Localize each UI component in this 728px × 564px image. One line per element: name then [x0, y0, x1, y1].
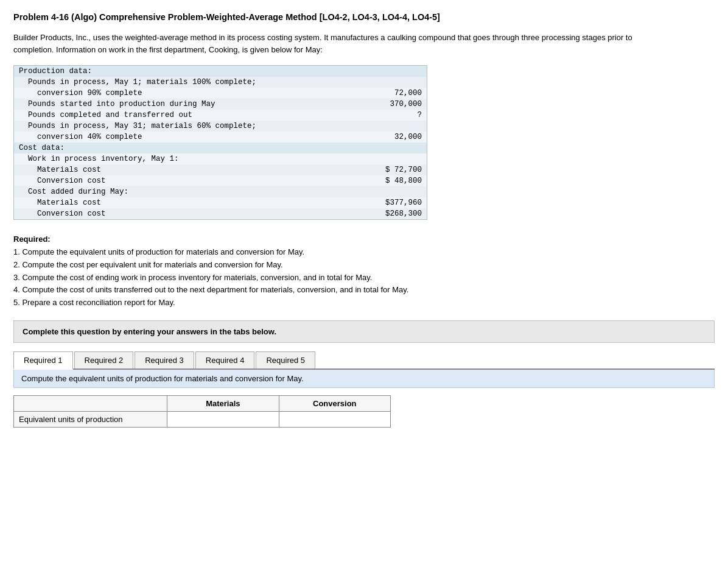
required-label: Required:: [13, 234, 51, 244]
production-row-label: Cost data:: [14, 143, 342, 153]
conversion-input-cell[interactable]: [279, 412, 390, 428]
required-item-4: 4. Compute the cost of units transferred…: [13, 284, 715, 297]
complete-box: Complete this question by entering your …: [13, 320, 715, 343]
production-row: Conversion cost$ 48,800: [14, 175, 427, 186]
production-row: Cost added during May:: [14, 186, 427, 197]
production-row: Materials cost$377,960: [14, 197, 427, 208]
production-data-table: Production data: Pounds in process, May …: [13, 65, 427, 220]
production-row-label: conversion 90% complete: [14, 88, 342, 99]
production-row-value: 72,000: [341, 88, 427, 99]
production-row: Production data:: [14, 66, 427, 77]
tab-required-5[interactable]: Required 5: [256, 351, 315, 368]
production-row-label: Pounds in process, May 31; materials 60%…: [14, 121, 342, 132]
production-row: Conversion cost$268,300: [14, 208, 427, 220]
production-row-value: $ 72,700: [341, 164, 427, 175]
production-row-value: $377,960: [341, 197, 427, 208]
production-row: Pounds in process, May 1; materials 100%…: [14, 77, 427, 88]
production-row-label: Work in process inventory, May 1:: [14, 153, 342, 164]
production-row: Pounds in process, May 31; materials 60%…: [14, 121, 427, 132]
problem-title: Problem 4-16 (Algo) Comprehensive Proble…: [13, 11, 715, 23]
answer-table-row: Equivalent units of production: [14, 412, 391, 428]
required-item-2: 2. Compute the cost per equivalent unit …: [13, 259, 715, 272]
production-row-value: $268,300: [341, 208, 427, 220]
production-row: Pounds completed and transferred out?: [14, 110, 427, 121]
production-row-value: $ 48,800: [341, 175, 427, 186]
answer-col-header-1: Materials: [167, 396, 279, 412]
production-row-value: [341, 143, 427, 153]
production-row-label: Cost added during May:: [14, 186, 342, 197]
answer-row-label: Equivalent units of production: [14, 412, 167, 428]
production-row-label: Production data:: [14, 66, 342, 77]
production-row: conversion 40% complete32,000: [14, 132, 427, 143]
production-row-value: ?: [341, 110, 427, 121]
production-row: Materials cost$ 72,700: [14, 164, 427, 175]
production-row: Pounds started into production during Ma…: [14, 99, 427, 110]
production-row-label: Materials cost: [14, 164, 342, 175]
required-item-1: 1. Compute the equivalent units of produ…: [13, 246, 715, 259]
required-item-3: 3. Compute the cost of ending work in pr…: [13, 272, 715, 284]
answer-table-wrap: MaterialsConversion Equivalent units of …: [13, 395, 715, 428]
production-row-label: conversion 40% complete: [14, 132, 342, 143]
required-item-5: 5. Prepare a cost reconciliation report …: [13, 297, 715, 309]
tab-required-1[interactable]: Required 1: [13, 351, 73, 370]
production-row-value: [341, 77, 427, 88]
production-row-value: [341, 121, 427, 132]
conversion-input[interactable]: [284, 415, 385, 424]
answer-table: MaterialsConversion Equivalent units of …: [13, 395, 391, 428]
tabs-container: Required 1Required 2Required 3Required 4…: [13, 351, 715, 370]
production-row-label: Pounds in process, May 1; materials 100%…: [14, 77, 342, 88]
production-row-label: Conversion cost: [14, 208, 342, 220]
tab-description: Compute the equivalent units of producti…: [13, 370, 715, 388]
production-row: Cost data:: [14, 143, 427, 153]
materials-input[interactable]: [172, 415, 273, 424]
tab-required-2[interactable]: Required 2: [74, 351, 134, 368]
complete-box-text: Complete this question by entering your …: [23, 327, 276, 336]
production-row-value: 370,000: [341, 99, 427, 110]
production-row-value: [341, 186, 427, 197]
production-row-label: Pounds completed and transferred out: [14, 110, 342, 121]
required-section: Required: 1. Compute the equivalent unit…: [13, 233, 715, 309]
answer-col-header-2: Conversion: [279, 396, 390, 412]
production-row-value: [341, 153, 427, 164]
production-row-label: Materials cost: [14, 197, 342, 208]
production-row-label: Pounds started into production during Ma…: [14, 99, 342, 110]
production-row-label: Conversion cost: [14, 175, 342, 186]
tab-required-4[interactable]: Required 4: [195, 351, 255, 368]
production-row-value: 32,000: [341, 132, 427, 143]
intro-text: Builder Products, Inc., uses the weighte…: [13, 32, 653, 55]
answer-col-header-0: [14, 396, 167, 412]
production-row: conversion 90% complete72,000: [14, 88, 427, 99]
materials-input-cell[interactable]: [167, 412, 279, 428]
tab-required-3[interactable]: Required 3: [135, 351, 194, 368]
production-row-value: [341, 66, 427, 77]
production-row: Work in process inventory, May 1:: [14, 153, 427, 164]
